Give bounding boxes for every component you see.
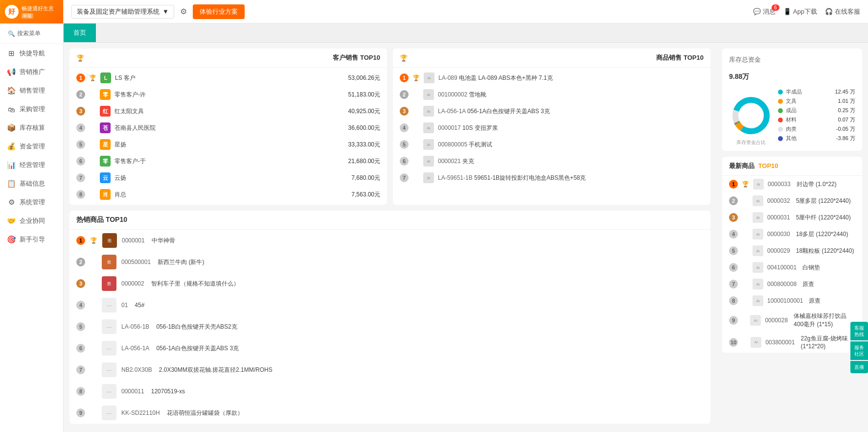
operations-icon: 📊 bbox=[7, 161, 16, 169]
hot-item-7[interactable]: 7 — NB2.0X30B 2.0X30MM双搓花轴.搓花直径2.1MM/ROH… bbox=[69, 359, 710, 381]
hot-products-list: 1 🏆 图 0000001 中华神骨 2 图 000500001 新西兰牛肉 (… bbox=[69, 230, 710, 424]
donut-svg bbox=[729, 94, 773, 138]
hot-item-9[interactable]: 9 — KK-SD22110H 花语萌恒温分罐罐袋（厚款） bbox=[69, 402, 710, 424]
latest-item-10[interactable]: 10 Ai 003800001 22g鱼豆腐-烧烤味 (1*12*20) bbox=[722, 332, 862, 353]
product-ranking-card: 🏆 商品销售 TOP10 1 🏆 Ai LA-089 电池盖 LA-089 AB… bbox=[393, 48, 710, 205]
sidebar-nav: ⊞ 快捷导航 📢 营销推广 🏠 销售管理 🛍 采购管理 📦 库存核算 💰 资金管… bbox=[0, 44, 63, 432]
hot-thumb-8: — bbox=[102, 384, 116, 399]
content-main: 🏆 客户销售 TOP10 1 🏆 L LS 客户 53,006.26元 2 bbox=[64, 43, 716, 432]
topbar: 装备及固定资产辅助管理系统 ▼ ⚙ 体验行业方案 💬 消息 6 📱 App下载 … bbox=[64, 0, 868, 24]
tab-home[interactable]: 首页 bbox=[64, 24, 96, 42]
product-rank-item-1[interactable]: 1 🏆 Ai LA-089 电池盖 LA-089 ABS本色+黑种 7.1克 bbox=[393, 70, 710, 86]
hot-item-2[interactable]: 2 图 000500001 新西兰牛肉 (新牛) bbox=[69, 251, 710, 273]
trial-button[interactable]: 体验行业方案 bbox=[193, 4, 245, 19]
online-service-button[interactable]: 🎧 在线客服 bbox=[825, 7, 860, 16]
latest-products-card: 最新商品 TOP10 1 🏆 Ai 0000033 封边带 (1.0*22) 2 bbox=[722, 157, 862, 353]
customer-ranking-card: 🏆 客户销售 TOP10 1 🏆 L LS 客户 53,006.26元 2 bbox=[69, 48, 387, 205]
product-rank-item-2[interactable]: 2 Ai 001000002 雪地靴 bbox=[393, 86, 710, 103]
rank-icon-l1: 🏆 bbox=[742, 181, 749, 188]
donut-label: 库存资金占比 bbox=[736, 139, 766, 146]
hot-item-3[interactable]: 3 图 0000002 智利车子里（规格不知道填什么） bbox=[69, 273, 710, 294]
hot-thumb-4: — bbox=[102, 298, 116, 312]
latest-item-3[interactable]: 3 Ai 0000031 5厘中纤 (1220*2440) bbox=[722, 209, 862, 226]
sales-icon: 🏠 bbox=[7, 86, 16, 95]
sidebar-item-enterprise[interactable]: 🤝 企业协同 bbox=[0, 212, 63, 230]
customer-rank-item-6[interactable]: 6 零 零售客户-于 21,680.00元 bbox=[69, 153, 387, 169]
hot-thumb-7: — bbox=[102, 362, 116, 377]
logo-icon: 好 bbox=[5, 5, 19, 19]
hot-item-6[interactable]: 6 — LA-056-1A 056-1A白色按键开关盖ABS 3克 bbox=[69, 337, 710, 359]
latest-item-4[interactable]: 4 Ai 0000030 18多层 (1220*2440) bbox=[722, 226, 862, 242]
hot-item-5[interactable]: 5 — LA-056-1B 056-1B白色按键开关壳ABS2克 bbox=[69, 316, 710, 337]
customer-rank-item-5[interactable]: 5 星 星扬 33,333.00元 bbox=[69, 136, 387, 153]
prod-rank-icon-1: 🏆 bbox=[412, 74, 420, 81]
product-rank-item-4[interactable]: 4 Ai 0000017 10S 变扭罗浆 bbox=[393, 120, 710, 136]
inventory-card: 库存总资金 9.88万 bbox=[722, 48, 862, 151]
hot-thumb-5: — bbox=[102, 319, 116, 334]
tutorial-icon: 🎯 bbox=[7, 235, 16, 244]
enterprise-icon: 🤝 bbox=[7, 216, 16, 225]
sidebar-item-purchase[interactable]: 🛍 采购管理 bbox=[0, 100, 63, 119]
sidebar-logo: 好 畅捷通好生意 标版 bbox=[0, 0, 63, 24]
latest-products-list: 1 🏆 Ai 0000033 封边带 (1.0*22) 2 Ai 0000032… bbox=[722, 176, 862, 353]
sidebar-item-basic-info[interactable]: 📋 基础信息 bbox=[0, 174, 63, 193]
customer-rank-item-8[interactable]: 8 肖 肖总 7,563.00元 bbox=[69, 186, 387, 203]
legend-item-4: 肉类 -0.05 万 bbox=[778, 125, 855, 133]
hot-products-header: 热销商品 TOP10 bbox=[69, 211, 710, 230]
latest-item-6[interactable]: 6 Ai 004100001 白钢垫 bbox=[722, 259, 862, 276]
latest-item-1[interactable]: 1 🏆 Ai 0000033 封边带 (1.0*22) bbox=[722, 176, 862, 192]
sidebar-item-quick-nav[interactable]: ⊞ 快捷导航 bbox=[0, 44, 63, 63]
latest-item-8[interactable]: 8 Ai 10000100001 原查 bbox=[722, 292, 862, 309]
sidebar-search-area[interactable]: 🔍 搜索菜单 bbox=[0, 24, 63, 44]
customer-rank-item-1[interactable]: 1 🏆 L LS 客户 53,006.26元 bbox=[69, 70, 387, 86]
product-rank-item-5[interactable]: 5 Ai 000800005 手机测试 bbox=[393, 136, 710, 153]
purchase-icon: 🛍 bbox=[7, 105, 16, 114]
hot-item-8[interactable]: 8 — 0000011 12070519-xs bbox=[69, 381, 710, 402]
product-rank-item-7[interactable]: 7 Ai LA-59651-1B 59651-1B旋转投影灯电池盒ABS黑色+5… bbox=[393, 169, 710, 186]
system-select[interactable]: 装备及固定资产辅助管理系统 ▼ bbox=[71, 5, 174, 19]
product-rank-list: 1 🏆 Ai LA-089 电池盖 LA-089 ABS本色+黑种 7.1克 2… bbox=[393, 68, 710, 188]
system-icon: ⚙ bbox=[7, 198, 16, 207]
cs-live-button[interactable]: 直播 bbox=[850, 361, 868, 373]
customer-rank-item-2[interactable]: 2 零 零售客户-许 51,183.00元 bbox=[69, 86, 387, 103]
hot-thumb-1: 图 bbox=[102, 233, 117, 248]
rank-icon: 🏆 bbox=[90, 237, 97, 244]
app-download-button[interactable]: 📱 App下载 bbox=[783, 7, 817, 16]
sidebar-item-system[interactable]: ⚙ 系统管理 bbox=[0, 193, 63, 212]
customer-rank-item-3[interactable]: 3 红 红太阳文具 40,925.00元 bbox=[69, 103, 387, 120]
sidebar-item-operations[interactable]: 📊 经营管理 bbox=[0, 156, 63, 174]
customer-ranking-header: 🏆 客户销售 TOP10 bbox=[69, 48, 387, 68]
message-icon: 💬 bbox=[753, 8, 761, 15]
hot-item-4[interactable]: 4 — 01 45# bbox=[69, 294, 710, 316]
latest-item-9[interactable]: 9 Ai 0000028 体械嘉枝味苏打饮品400毫升 (1*15) bbox=[722, 309, 862, 332]
cs-community-button[interactable]: 服务社区 bbox=[850, 341, 868, 360]
sidebar-item-marketing[interactable]: 📢 营销推广 bbox=[0, 63, 63, 81]
sidebar-item-tutorial[interactable]: 🎯 新手引导 bbox=[0, 230, 63, 249]
latest-item-2[interactable]: 2 Ai 0000032 5厘多层 (1220*2440) bbox=[722, 192, 862, 209]
hot-thumb-3: 图 bbox=[102, 276, 116, 291]
basic-info-icon: 📋 bbox=[7, 179, 16, 188]
cs-hotline-button[interactable]: 客服热线 bbox=[850, 322, 868, 340]
customer-rank-item-4[interactable]: 4 苍 苍南县人民医院 36,600.00元 bbox=[69, 120, 387, 136]
messages-button[interactable]: 💬 消息 6 bbox=[753, 7, 776, 16]
customer-rank-item-7[interactable]: 7 云 云扬 7,680.00元 bbox=[69, 169, 387, 186]
legend-item-5: 其他 -3.86 万 bbox=[778, 135, 855, 142]
hot-item-1[interactable]: 1 🏆 图 0000001 中华神骨 bbox=[69, 230, 710, 251]
settings-icon[interactable]: ⚙ bbox=[180, 7, 187, 16]
sidebar-item-sales[interactable]: 🏠 销售管理 bbox=[0, 81, 63, 100]
phone-icon: 📱 bbox=[783, 8, 791, 15]
rank-icon-1: 🏆 bbox=[89, 74, 96, 81]
latest-item-5[interactable]: 5 Ai 0000029 18颗粒板 (1220*2440) bbox=[722, 242, 862, 259]
latest-item-7[interactable]: 7 Ai 000800008 原查 bbox=[722, 276, 862, 292]
legend-item-3: 材料 0.07 万 bbox=[778, 116, 855, 123]
search-icon: 🔍 bbox=[8, 30, 15, 37]
sidebar-item-inventory[interactable]: 📦 库存核算 bbox=[0, 119, 63, 137]
main-area: 装备及固定资产辅助管理系统 ▼ ⚙ 体验行业方案 💬 消息 6 📱 App下载 … bbox=[64, 0, 868, 432]
product-rank-item-3[interactable]: 3 Ai LA-056-1A 056-1A白色按键开关盖ABS 3克 bbox=[393, 103, 710, 120]
product-rank-item-6[interactable]: 6 Ai 0000021 夹克 bbox=[393, 153, 710, 169]
legend-item-0: 半成品 12.45 万 bbox=[778, 88, 855, 96]
sidebar-item-finance[interactable]: 💰 资金管理 bbox=[0, 137, 63, 156]
search-menu-button[interactable]: 🔍 搜索菜单 bbox=[5, 27, 58, 40]
inventory-chart-area: 库存资金占比 半成品 12.45 万 文具 1.01 万 bbox=[729, 88, 855, 144]
donut-chart: 库存资金占比 bbox=[729, 94, 773, 139]
